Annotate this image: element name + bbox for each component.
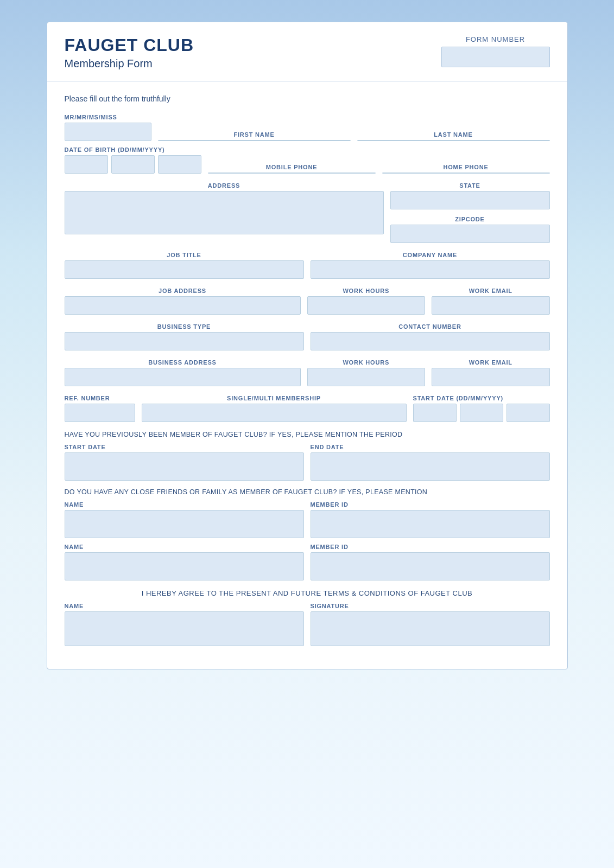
field-state-zip: STATE ZIPCODE bbox=[390, 182, 550, 243]
label-title: MR/MR/MS/MISS bbox=[65, 114, 151, 120]
label-ref-number: REF. NUMBER bbox=[65, 395, 135, 401]
field-name1: NAME bbox=[65, 501, 304, 538]
field-business-address: BUSINESS ADDRESS bbox=[65, 359, 301, 386]
field-mobile: MOBILE PHONE bbox=[208, 164, 376, 174]
field-name-signature: NAME bbox=[65, 603, 304, 646]
input-last-name[interactable] bbox=[357, 140, 550, 141]
row-period: START DATE END DATE bbox=[65, 444, 550, 481]
input-job-title[interactable] bbox=[65, 260, 304, 279]
row-business: BUSINESS TYPE CONTACT NUMBER bbox=[65, 323, 550, 350]
label-name1: NAME bbox=[65, 501, 304, 508]
instruction-text: Please fill out the form truthfully bbox=[65, 94, 550, 103]
input-business-type[interactable] bbox=[65, 332, 304, 350]
label-business-type: BUSINESS TYPE bbox=[65, 323, 304, 330]
input-work-email2[interactable] bbox=[432, 368, 550, 386]
input-member-id1[interactable] bbox=[311, 510, 550, 538]
label-work-email2: WORK EMAIL bbox=[432, 359, 550, 366]
field-ref-number: REF. NUMBER bbox=[65, 395, 135, 422]
field-work-email: WORK EMAIL bbox=[432, 288, 550, 315]
field-work-email2: WORK EMAIL bbox=[432, 359, 550, 386]
input-member-id2[interactable] bbox=[311, 552, 550, 580]
form-number-block: FORM NUMBER bbox=[441, 35, 550, 67]
start-date-parts bbox=[413, 404, 550, 422]
input-work-hours[interactable] bbox=[307, 296, 426, 315]
club-name: FAUGET CLUB bbox=[65, 35, 194, 55]
field-contact-number: CONTACT NUMBER bbox=[311, 323, 550, 350]
field-title: MR/MR/MS/MISS bbox=[65, 114, 151, 141]
row-job: JOB TITLE COMPANY NAME bbox=[65, 252, 550, 279]
form-header: FAUGET CLUB Membership Form FORM NUMBER bbox=[47, 22, 567, 81]
row-dob: DATE OF BIRTH (DD/MM/YYYY) MOBILE PHONE … bbox=[65, 146, 550, 174]
input-start-date-period[interactable] bbox=[65, 452, 304, 481]
input-contact-number[interactable] bbox=[311, 332, 550, 350]
input-start-dd[interactable] bbox=[413, 404, 457, 422]
input-company-name[interactable] bbox=[311, 260, 550, 279]
input-single-multi[interactable] bbox=[142, 404, 407, 422]
input-name1[interactable] bbox=[65, 510, 304, 538]
label-home-phone: HOME PHONE bbox=[382, 164, 550, 170]
input-dob-mm[interactable] bbox=[111, 155, 155, 174]
label-end-date-period: END DATE bbox=[311, 444, 550, 450]
input-address[interactable] bbox=[65, 191, 384, 234]
form-type: Membership Form bbox=[65, 58, 194, 70]
input-ref-number[interactable] bbox=[65, 404, 135, 422]
label-work-email: WORK EMAIL bbox=[432, 288, 550, 294]
field-member-id2: MEMBER ID bbox=[311, 544, 550, 580]
previous-member-question: HAVE YOU PREVIOUSLY BEEN MEMBER OF FAUGE… bbox=[65, 431, 550, 438]
input-dob-yyyy[interactable] bbox=[158, 155, 201, 174]
label-start-date-period: START DATE bbox=[65, 444, 304, 450]
input-name2[interactable] bbox=[65, 552, 304, 580]
form-number-input[interactable] bbox=[441, 47, 550, 67]
input-title[interactable] bbox=[65, 123, 151, 141]
label-work-hours: WORK HOURS bbox=[307, 288, 426, 294]
title-block: FAUGET CLUB Membership Form bbox=[65, 35, 194, 70]
input-job-address[interactable] bbox=[65, 296, 301, 315]
row-ref: REF. NUMBER SINGLE/MULTI MEMBERSHIP STAR… bbox=[65, 395, 550, 422]
row-job-address: JOB ADDRESS WORK HOURS WORK EMAIL bbox=[65, 288, 550, 315]
input-state[interactable] bbox=[390, 191, 550, 209]
row-business-address: BUSINESS ADDRESS WORK HOURS WORK EMAIL bbox=[65, 359, 550, 386]
input-first-name[interactable] bbox=[158, 140, 351, 141]
field-home-phone: HOME PHONE bbox=[382, 164, 550, 174]
input-end-date-period[interactable] bbox=[311, 452, 550, 481]
input-work-hours2[interactable] bbox=[307, 368, 426, 386]
field-first-name: FIRST NAME bbox=[158, 131, 351, 141]
field-start-date-period: START DATE bbox=[65, 444, 304, 481]
input-zipcode[interactable] bbox=[390, 225, 550, 243]
label-address: ADDRESS bbox=[65, 182, 384, 189]
field-job-title: JOB TITLE bbox=[65, 252, 304, 279]
field-work-hours: WORK HOURS bbox=[307, 288, 426, 315]
label-business-address: BUSINESS ADDRESS bbox=[65, 359, 301, 366]
row-signature: NAME SIGNATURE bbox=[65, 603, 550, 646]
field-last-name: LAST NAME bbox=[357, 131, 550, 141]
label-job-title: JOB TITLE bbox=[65, 252, 304, 258]
form-number-label: FORM NUMBER bbox=[441, 35, 550, 43]
label-zipcode: ZIPCODE bbox=[390, 216, 550, 222]
label-name-signature: NAME bbox=[65, 603, 304, 609]
form-body: Please fill out the form truthfully MR/M… bbox=[47, 81, 567, 669]
dob-parts bbox=[65, 155, 201, 174]
input-signature[interactable] bbox=[311, 611, 550, 646]
terms-text: I HEREBY AGREE TO THE PRESENT AND FUTURE… bbox=[65, 589, 550, 597]
row-friend1: NAME MEMBER ID bbox=[65, 501, 550, 538]
label-start-date: START DATE (DD/MM/YYYY) bbox=[413, 395, 550, 401]
field-job-address: JOB ADDRESS bbox=[65, 288, 301, 315]
label-dob: DATE OF BIRTH (DD/MM/YYYY) bbox=[65, 146, 201, 153]
input-name-signature[interactable] bbox=[65, 611, 304, 646]
input-dob-dd[interactable] bbox=[65, 155, 108, 174]
label-name2: NAME bbox=[65, 544, 304, 550]
field-start-date: START DATE (DD/MM/YYYY) bbox=[413, 395, 550, 422]
input-start-mm[interactable] bbox=[460, 404, 503, 422]
label-signature: SIGNATURE bbox=[311, 603, 550, 609]
field-name2: NAME bbox=[65, 544, 304, 580]
input-work-email[interactable] bbox=[432, 296, 550, 315]
label-single-multi: SINGLE/MULTI MEMBERSHIP bbox=[142, 395, 407, 401]
input-start-yyyy[interactable] bbox=[507, 404, 550, 422]
input-mobile[interactable] bbox=[208, 173, 376, 174]
input-business-address[interactable] bbox=[65, 368, 301, 386]
form-container: FAUGET CLUB Membership Form FORM NUMBER … bbox=[47, 22, 568, 669]
label-company-name: COMPANY NAME bbox=[311, 252, 550, 258]
input-home-phone[interactable] bbox=[382, 173, 550, 174]
field-company-name: COMPANY NAME bbox=[311, 252, 550, 279]
field-member-id1: MEMBER ID bbox=[311, 501, 550, 538]
